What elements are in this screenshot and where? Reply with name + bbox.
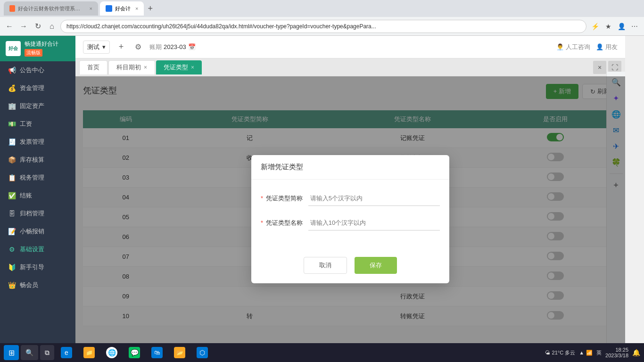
period-info: 账期 2023-03 📅 xyxy=(149,43,196,51)
time-display: 18:25 xyxy=(615,347,628,353)
wifi-icon: ▲ xyxy=(579,350,584,355)
search-taskbar-btn[interactable]: 🔍 xyxy=(21,345,38,360)
sidebar-logo: 好会 畅捷通好合计 流畅版 xyxy=(0,36,75,61)
sidebar-item-guide[interactable]: 🔰 新手引导 xyxy=(0,258,75,276)
name-required: * xyxy=(261,219,263,226)
sidebar-label-guide: 新手引导 xyxy=(20,263,44,272)
extensions-btn[interactable]: ⚡ xyxy=(589,21,601,32)
lang-text: 英 xyxy=(596,350,602,355)
consult-button[interactable]: 👨‍💼 人工咨询 xyxy=(556,43,590,51)
sidebar-item-settlement[interactable]: ✅ 结账 xyxy=(0,187,75,205)
sidebar-item-expense[interactable]: 📝 小畅报销 xyxy=(0,222,75,240)
wechat-icon: 💬 xyxy=(129,347,140,358)
url-input[interactable] xyxy=(60,20,586,33)
user-button[interactable]: 👤 用友 xyxy=(596,43,618,51)
consult-icon: 👨‍💼 xyxy=(556,43,564,50)
refresh-button[interactable]: ↻ xyxy=(32,21,43,32)
browser-tab-2[interactable]: 好会计 × xyxy=(100,1,144,16)
close-panel-button[interactable]: × xyxy=(593,61,606,74)
profile-btn[interactable]: 👤 xyxy=(616,21,627,32)
date-display: 2023/3/18 xyxy=(605,353,628,358)
sidebar-label-settings: 基础设置 xyxy=(20,245,44,254)
start-button[interactable]: ⊞ xyxy=(4,345,19,360)
windows-icon: ⊞ xyxy=(8,348,15,357)
abbr-label: * 凭证类型简称 xyxy=(261,194,303,203)
back-button[interactable]: ← xyxy=(4,21,15,32)
tab-voucher-close[interactable]: × xyxy=(191,64,194,71)
browser-tab-1[interactable]: 好会计云财务软件管理系统_会计 × xyxy=(4,1,98,16)
sidebar-item-capital[interactable]: 💰 资金管理 xyxy=(0,79,75,97)
tab-home[interactable]: 首页 xyxy=(79,60,107,74)
taskbar-app-chrome[interactable]: 🌐 xyxy=(101,344,122,361)
abbr-input[interactable] xyxy=(308,191,440,206)
taskbar-app-edge[interactable]: e xyxy=(56,344,77,361)
edge2-icon: ⬡ xyxy=(197,347,208,358)
cancel-label: 取消 xyxy=(319,262,331,269)
sidebar-label-inventory: 库存核算 xyxy=(20,156,44,164)
sidebar-item-salary[interactable]: 💵 工资 xyxy=(0,115,75,133)
sidebar-label-fixed-assets: 固定资产 xyxy=(20,102,44,110)
tab-home-label: 首页 xyxy=(87,63,99,72)
top-bar: 测试 ▾ + ⚙ 账期 2023-03 📅 👨‍💼 人工咨询 👤 用友 xyxy=(75,36,625,58)
tab-subject-close[interactable]: × xyxy=(144,64,147,71)
user-icon: 👤 xyxy=(596,43,603,50)
signal-icon: 📶 xyxy=(586,350,593,356)
taskbar-app-store[interactable]: 🛍 xyxy=(147,344,167,361)
workspace-settings-button[interactable]: ⚙ xyxy=(132,41,144,53)
tab1-favicon xyxy=(9,5,15,12)
forward-button[interactable]: → xyxy=(18,21,29,32)
sidebar-item-settings[interactable]: ⚙ 基础设置 xyxy=(0,240,75,258)
sidebar-item-announcements[interactable]: 📢 公告中心 xyxy=(0,61,75,79)
add-workspace-button[interactable]: + xyxy=(116,41,127,53)
tab1-close[interactable]: × xyxy=(90,6,92,11)
cancel-button[interactable]: 取消 xyxy=(304,257,347,274)
sidebar-item-member[interactable]: 👑 畅会员 xyxy=(0,276,75,294)
home-button[interactable]: ⌂ xyxy=(46,21,58,32)
sidebar-item-archive[interactable]: 🗄 归档管理 xyxy=(0,205,75,222)
tab2-favicon xyxy=(106,5,112,12)
folder-icon: 📂 xyxy=(174,347,185,358)
modal-header: 新增凭证类型 xyxy=(251,155,449,180)
taskview-btn[interactable]: ⧉ xyxy=(40,345,54,360)
sidebar-label-settlement: 结账 xyxy=(20,191,32,200)
favorites-btn[interactable]: ★ xyxy=(603,21,614,32)
invoice-icon: 🧾 xyxy=(8,138,16,146)
tab-voucher-type[interactable]: 凭证类型 × xyxy=(156,60,202,74)
taskbar-app-folder[interactable]: 📂 xyxy=(169,344,190,361)
settlement-icon: ✅ xyxy=(8,191,16,200)
tab2-close[interactable]: × xyxy=(135,6,138,11)
logo-badge: 流畅版 xyxy=(25,49,42,57)
tab-subject[interactable]: 科目期初 × xyxy=(108,60,155,74)
sidebar-label-announcements: 公告中心 xyxy=(20,66,44,74)
sidebar-item-invoice[interactable]: 🧾 发票管理 xyxy=(0,133,75,151)
lang-indicator: 英 xyxy=(596,349,602,356)
modal-footer: 取消 保存 xyxy=(251,251,449,283)
new-tab-button[interactable]: + xyxy=(146,4,155,14)
taskbar-app-files[interactable]: 📁 xyxy=(79,344,99,361)
abbr-row: * 凭证类型简称 xyxy=(261,191,440,206)
taskbar-app-edge2[interactable]: ⬡ xyxy=(192,344,213,361)
network-icons: ▲ 📶 xyxy=(579,350,593,356)
archive-icon: 🗄 xyxy=(8,209,16,218)
tab1-label: 好会计云财务软件管理系统_会计 xyxy=(18,5,84,12)
inventory-icon: 📦 xyxy=(8,156,16,164)
sidebar-item-inventory[interactable]: 📦 库存核算 xyxy=(0,151,75,169)
more-btn[interactable]: ⋯ xyxy=(629,21,640,32)
modal-dialog: 新增凭证类型 * 凭证类型简称 * xyxy=(251,155,449,283)
taskbar-right: 🌤 21°C 多云 ▲ 📶 英 18:25 2023/3/18 🔔 xyxy=(545,347,640,358)
taskbar-app-wechat[interactable]: 💬 xyxy=(124,344,145,361)
weather-temp: 21°C 多云 xyxy=(552,349,576,356)
modal-title: 新增凭证类型 xyxy=(261,163,303,171)
workspace-selector[interactable]: 测试 ▾ xyxy=(83,41,110,54)
expense-icon: 📝 xyxy=(8,227,16,236)
app-container: 好会 畅捷通好合计 流畅版 📢 公告中心 💰 资金管理 🏢 固定资产 💵 工资 … xyxy=(0,36,625,362)
notification-icon[interactable]: 🔔 xyxy=(632,349,640,356)
sidebar: 好会 畅捷通好合计 流畅版 📢 公告中心 💰 资金管理 🏢 固定资产 💵 工资 … xyxy=(0,36,75,362)
workspace-dropdown-icon: ▾ xyxy=(102,43,106,50)
name-label: * 凭证类型名称 xyxy=(261,219,303,227)
save-button[interactable]: 保存 xyxy=(355,257,397,274)
salary-icon: 💵 xyxy=(8,120,16,128)
name-input[interactable] xyxy=(308,215,440,230)
sidebar-item-fixed-assets[interactable]: 🏢 固定资产 xyxy=(0,97,75,115)
sidebar-item-tax[interactable]: 📋 税务管理 xyxy=(0,169,75,187)
